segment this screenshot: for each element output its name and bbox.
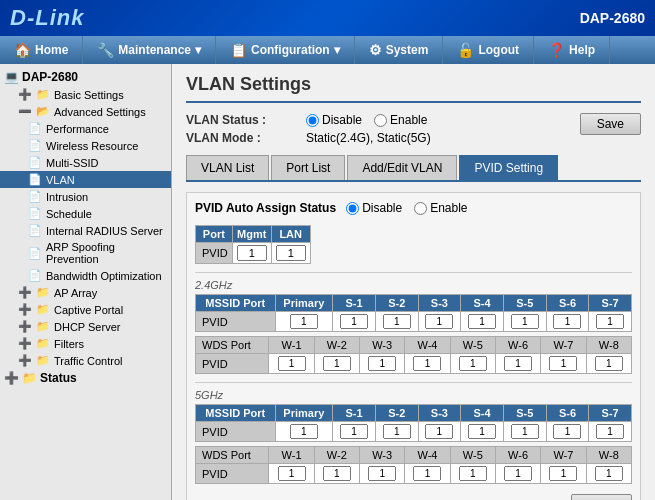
pvid-w5-24[interactable] bbox=[450, 354, 495, 374]
sidebar-item-basic-settings[interactable]: ➕ 📁 Basic Settings bbox=[0, 86, 171, 103]
pvid-enable-radio[interactable] bbox=[414, 202, 427, 215]
pvid-w1-24-input[interactable] bbox=[278, 356, 306, 371]
pvid-w4-24[interactable] bbox=[405, 354, 450, 374]
pvid-s6-5-input[interactable] bbox=[553, 424, 581, 439]
pvid-s7-24-input[interactable] bbox=[596, 314, 624, 329]
pvid-s6-24-input[interactable] bbox=[553, 314, 581, 329]
pvid-s3-24[interactable] bbox=[418, 312, 461, 332]
pvid-s2-24[interactable] bbox=[375, 312, 418, 332]
pvid-s1-5[interactable] bbox=[333, 422, 376, 442]
pvid-w3-5[interactable] bbox=[360, 464, 405, 484]
nav-logout[interactable]: 🔓 Logout bbox=[443, 36, 534, 64]
sidebar-item-arp[interactable]: 📄 ARP Spoofing Prevention bbox=[0, 239, 171, 267]
pvid-w7-5[interactable] bbox=[541, 464, 586, 484]
pvid-disable-radio[interactable] bbox=[346, 202, 359, 215]
pvid-disable-option[interactable]: Disable bbox=[346, 201, 402, 215]
pvid-s2-24-input[interactable] bbox=[383, 314, 411, 329]
pvid-w3-24-input[interactable] bbox=[368, 356, 396, 371]
pvid-w6-24[interactable] bbox=[495, 354, 540, 374]
pvid-w8-5-input[interactable] bbox=[595, 466, 623, 481]
pvid-w7-24-input[interactable] bbox=[549, 356, 577, 371]
mgmt-pvid-cell[interactable] bbox=[232, 243, 271, 264]
pvid-w4-5[interactable] bbox=[405, 464, 450, 484]
tab-pvid-setting[interactable]: PVID Setting bbox=[459, 155, 558, 180]
pvid-s2-5[interactable] bbox=[375, 422, 418, 442]
lan-pvid-input[interactable] bbox=[276, 245, 306, 261]
sidebar-item-wireless-resource[interactable]: 📄 Wireless Resource bbox=[0, 137, 171, 154]
sidebar-item-dap2680[interactable]: 💻 DAP-2680 bbox=[0, 68, 171, 86]
sidebar-item-dhcp[interactable]: ➕ 📁 DHCP Server bbox=[0, 318, 171, 335]
sidebar-item-radius[interactable]: 📄 Internal RADIUS Server bbox=[0, 222, 171, 239]
pvid-s5-5[interactable] bbox=[503, 422, 546, 442]
nav-home[interactable]: 🏠 Home bbox=[0, 36, 83, 64]
pvid-s7-5-input[interactable] bbox=[596, 424, 624, 439]
sidebar-item-bandwidth[interactable]: 📄 Bandwidth Optimization bbox=[0, 267, 171, 284]
pvid-primary-24[interactable] bbox=[275, 312, 333, 332]
pvid-w6-24-input[interactable] bbox=[504, 356, 532, 371]
nav-help[interactable]: ❓ Help bbox=[534, 36, 610, 64]
pvid-s3-5-input[interactable] bbox=[425, 424, 453, 439]
pvid-primary-24-input[interactable] bbox=[290, 314, 318, 329]
sidebar-item-traffic[interactable]: ➕ 📁 Traffic Control bbox=[0, 352, 171, 369]
pvid-s1-24-input[interactable] bbox=[340, 314, 368, 329]
vlan-status-enable[interactable]: Enable bbox=[374, 113, 427, 127]
pvid-s3-5[interactable] bbox=[418, 422, 461, 442]
mgmt-pvid-input[interactable] bbox=[237, 245, 267, 261]
pvid-s7-5[interactable] bbox=[589, 422, 632, 442]
nav-configuration[interactable]: 📋 Configuration ▾ bbox=[216, 36, 355, 64]
pvid-w5-5[interactable] bbox=[450, 464, 495, 484]
save-button-bottom[interactable]: Save bbox=[571, 494, 632, 500]
pvid-s6-5[interactable] bbox=[546, 422, 589, 442]
pvid-w3-24[interactable] bbox=[360, 354, 405, 374]
sidebar-item-ap-array[interactable]: ➕ 📁 AP Array bbox=[0, 284, 171, 301]
pvid-w1-5-input[interactable] bbox=[278, 466, 306, 481]
pvid-w7-5-input[interactable] bbox=[549, 466, 577, 481]
sidebar-item-vlan[interactable]: 📄 VLAN bbox=[0, 171, 171, 188]
pvid-primary-5-input[interactable] bbox=[290, 424, 318, 439]
vlan-status-disable[interactable]: Disable bbox=[306, 113, 362, 127]
pvid-s1-5-input[interactable] bbox=[340, 424, 368, 439]
pvid-s7-24[interactable] bbox=[589, 312, 632, 332]
sidebar-item-captive[interactable]: ➕ 📁 Captive Portal bbox=[0, 301, 171, 318]
pvid-s5-24[interactable] bbox=[503, 312, 546, 332]
pvid-w1-24[interactable] bbox=[269, 354, 314, 374]
pvid-w2-5-input[interactable] bbox=[323, 466, 351, 481]
pvid-s6-24[interactable] bbox=[546, 312, 589, 332]
pvid-s3-24-input[interactable] bbox=[425, 314, 453, 329]
pvid-w5-24-input[interactable] bbox=[459, 356, 487, 371]
pvid-w5-5-input[interactable] bbox=[459, 466, 487, 481]
pvid-w6-5-input[interactable] bbox=[504, 466, 532, 481]
pvid-s5-24-input[interactable] bbox=[511, 314, 539, 329]
pvid-s4-5-input[interactable] bbox=[468, 424, 496, 439]
vlan-status-disable-radio[interactable] bbox=[306, 114, 319, 127]
pvid-s5-5-input[interactable] bbox=[511, 424, 539, 439]
pvid-primary-5[interactable] bbox=[275, 422, 333, 442]
pvid-w1-5[interactable] bbox=[269, 464, 314, 484]
sidebar-item-advanced-settings[interactable]: ➖ 📂 Advanced Settings bbox=[0, 103, 171, 120]
sidebar-item-intrusion[interactable]: 📄 Intrusion bbox=[0, 188, 171, 205]
tab-port-list[interactable]: Port List bbox=[271, 155, 345, 180]
pvid-w8-24[interactable] bbox=[586, 354, 631, 374]
pvid-s1-24[interactable] bbox=[333, 312, 376, 332]
sidebar-item-multi-ssid[interactable]: 📄 Multi-SSID bbox=[0, 154, 171, 171]
pvid-w4-24-input[interactable] bbox=[413, 356, 441, 371]
pvid-w7-24[interactable] bbox=[541, 354, 586, 374]
vlan-status-enable-radio[interactable] bbox=[374, 114, 387, 127]
tab-vlan-list[interactable]: VLAN List bbox=[186, 155, 269, 180]
pvid-w2-24-input[interactable] bbox=[323, 356, 351, 371]
nav-system[interactable]: ⚙ System bbox=[355, 36, 444, 64]
tab-add-edit-vlan[interactable]: Add/Edit VLAN bbox=[347, 155, 457, 180]
pvid-w4-5-input[interactable] bbox=[413, 466, 441, 481]
pvid-w6-5[interactable] bbox=[495, 464, 540, 484]
pvid-s2-5-input[interactable] bbox=[383, 424, 411, 439]
pvid-w2-5[interactable] bbox=[314, 464, 359, 484]
pvid-s4-24[interactable] bbox=[461, 312, 504, 332]
pvid-w3-5-input[interactable] bbox=[368, 466, 396, 481]
nav-maintenance[interactable]: 🔧 Maintenance ▾ bbox=[83, 36, 216, 64]
save-button-top[interactable]: Save bbox=[580, 113, 641, 135]
pvid-w8-5[interactable] bbox=[586, 464, 631, 484]
sidebar-item-schedule[interactable]: 📄 Schedule bbox=[0, 205, 171, 222]
pvid-w2-24[interactable] bbox=[314, 354, 359, 374]
sidebar-item-filters[interactable]: ➕ 📁 Filters bbox=[0, 335, 171, 352]
pvid-s4-5[interactable] bbox=[461, 422, 504, 442]
